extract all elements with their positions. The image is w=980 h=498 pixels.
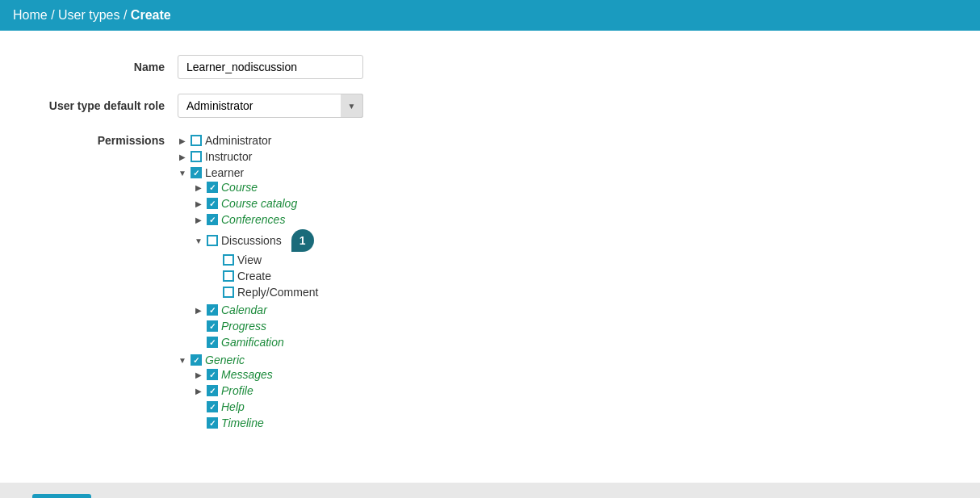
main-content: Name User type default role Administrato…	[0, 31, 980, 483]
tree-item-course: Course	[194, 179, 318, 195]
breadcrumb-sep1: /	[51, 8, 58, 22]
label-learner: Learner	[205, 166, 244, 179]
label-administrator: Administrator	[205, 134, 271, 147]
label-create: Create	[237, 270, 271, 282]
label-instructor: Instructor	[205, 150, 252, 163]
breadcrumb-user-types[interactable]: User types	[58, 8, 119, 22]
expand-discussions-icon[interactable]	[194, 236, 203, 245]
tree-item-discussions: Discussions 1 View	[194, 228, 318, 302]
checkbox-help[interactable]	[207, 401, 218, 412]
permissions-tree: Administrator Instructor	[178, 132, 318, 433]
tree-item-administrator: Administrator	[178, 132, 318, 149]
checkbox-create[interactable]	[223, 270, 234, 282]
tree-item-gamification: Gamification	[194, 334, 318, 350]
label-discussions: Discussions	[221, 234, 282, 247]
save-button[interactable]: Save	[32, 494, 91, 498]
checkbox-reply-comment[interactable]	[223, 287, 234, 298]
tree-item-instructor: Instructor	[178, 149, 318, 165]
label-conferences: Conferences	[221, 213, 285, 226]
tree-item-conferences: Conferences	[194, 211, 318, 228]
tree-item-profile: Profile	[194, 383, 318, 399]
checkbox-messages[interactable]	[207, 369, 218, 380]
tree-item-create: Create	[210, 268, 318, 284]
tooltip-bubble: 1	[291, 229, 314, 252]
label-profile: Profile	[221, 384, 253, 397]
role-row: User type default role Administrator Ins…	[32, 94, 948, 118]
expand-profile-icon[interactable]	[194, 386, 203, 395]
tree-item-learner: Learner Course	[178, 165, 318, 352]
label-messages: Messages	[221, 368, 273, 381]
breadcrumb-create: Create	[131, 8, 171, 22]
expand-course-icon[interactable]	[194, 182, 203, 192]
label-generic: Generic	[205, 354, 245, 366]
label-view: View	[237, 253, 262, 266]
checkbox-instructor[interactable]	[191, 151, 202, 162]
name-input[interactable]	[178, 55, 363, 79]
expand-learner-icon[interactable]	[178, 168, 187, 178]
checkbox-timeline[interactable]	[207, 417, 218, 429]
footer-bar: Save or cancel	[0, 483, 980, 498]
expand-generic-icon[interactable]	[178, 355, 187, 365]
checkbox-calendar[interactable]	[207, 304, 218, 316]
label-reply-comment: Reply/Comment	[237, 286, 318, 299]
checkbox-administrator[interactable]	[191, 135, 202, 146]
role-select[interactable]: Administrator Instructor Learner	[178, 94, 363, 118]
discussions-children: View Create	[194, 252, 318, 300]
expand-course-catalog-icon[interactable]	[194, 199, 203, 208]
learner-children: Course Course catalog	[178, 179, 318, 350]
expand-administrator-icon[interactable]	[178, 136, 187, 145]
role-label: User type default role	[32, 99, 178, 112]
tree-item-view: View	[210, 252, 318, 268]
checkbox-view[interactable]	[223, 254, 234, 266]
expand-calendar-icon[interactable]	[194, 305, 203, 315]
breadcrumb-sep2: /	[124, 8, 131, 22]
label-progress: Progress	[221, 320, 266, 333]
tree-item-help: Help	[194, 399, 318, 415]
checkbox-gamification[interactable]	[207, 337, 218, 348]
checkbox-progress[interactable]	[207, 320, 218, 332]
role-select-wrapper: Administrator Instructor Learner ▼	[178, 94, 363, 118]
label-gamification: Gamification	[221, 336, 284, 349]
checkbox-profile[interactable]	[207, 385, 218, 396]
permissions-row: Permissions Administrator Instru	[32, 132, 948, 433]
tree-item-progress: Progress	[194, 318, 318, 334]
expand-instructor-icon[interactable]	[178, 152, 187, 161]
label-course: Course	[221, 181, 258, 194]
generic-children: Messages Profile	[178, 366, 318, 431]
expand-messages-icon[interactable]	[194, 370, 203, 379]
name-label: Name	[32, 61, 178, 73]
checkbox-conferences[interactable]	[207, 214, 218, 225]
expand-conferences-icon[interactable]	[194, 215, 203, 224]
page-header: Home / User types / Create	[0, 0, 980, 31]
checkbox-discussions[interactable]	[207, 235, 218, 246]
tree-item-messages: Messages	[194, 366, 318, 383]
label-calendar: Calendar	[221, 303, 267, 316]
permissions-label: Permissions	[32, 132, 178, 147]
label-timeline: Timeline	[221, 416, 264, 429]
checkbox-generic[interactable]	[191, 354, 202, 366]
checkbox-course-catalog[interactable]	[207, 198, 218, 209]
tree-item-course-catalog: Course catalog	[194, 195, 318, 211]
name-row: Name	[32, 55, 948, 79]
tree-item-timeline: Timeline	[194, 415, 318, 431]
tree-item-reply-comment: Reply/Comment	[210, 284, 318, 300]
tree-item-generic: Generic Messages	[178, 352, 318, 433]
label-course-catalog: Course catalog	[221, 197, 297, 210]
tree-root: Administrator Instructor	[178, 132, 318, 433]
checkbox-learner[interactable]	[191, 167, 202, 178]
tree-item-calendar: Calendar	[194, 302, 318, 318]
breadcrumb-home[interactable]: Home	[13, 8, 48, 22]
label-help: Help	[221, 400, 245, 413]
checkbox-course[interactable]	[207, 182, 218, 193]
